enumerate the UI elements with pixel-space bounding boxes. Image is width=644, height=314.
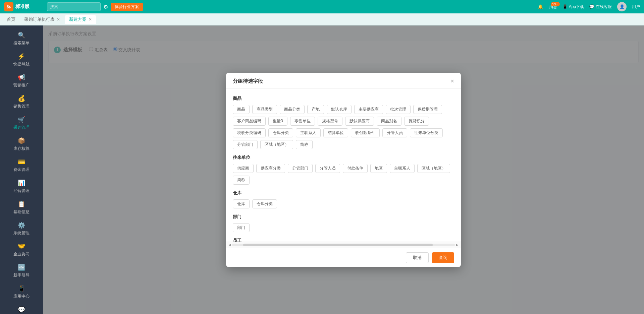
field-tag[interactable]: 地区 — [370, 164, 387, 173]
field-tag[interactable]: 分管部门 — [288, 164, 313, 173]
h-scroll-thumb — [243, 244, 432, 246]
quicknav-icon: ⚡ — [18, 53, 25, 60]
field-tag[interactable]: 批次管理 — [386, 105, 411, 114]
scroll-right-arrow[interactable]: ▶ — [455, 243, 460, 247]
field-tag[interactable]: 仓库分类 — [268, 128, 293, 137]
sidebar-item-inventory[interactable]: 📦 库存核算 — [0, 134, 43, 155]
field-tag[interactable]: 重量3 — [268, 117, 287, 126]
service-icon: 💬 — [589, 4, 594, 9]
basics-icon: 📋 — [18, 200, 25, 208]
app-download-btn[interactable]: 📱 App下载 — [562, 4, 584, 10]
field-tag[interactable]: 商品 — [233, 105, 250, 114]
field-tag[interactable]: 主联系人 — [296, 128, 321, 137]
experience-btn[interactable]: 体验行业方案 — [111, 3, 143, 11]
modal-close-btn[interactable]: × — [450, 78, 454, 84]
field-tag[interactable]: 供应商 — [233, 164, 254, 173]
modal-h-scrollbar[interactable]: ◀ ▶ — [226, 242, 461, 248]
modal-backdrop: 分组待选字段 × 商品 商品 商品类型 商品分类 产地 默认仓库 主要供应商 批… — [43, 25, 644, 314]
h-scroll-track[interactable] — [232, 244, 455, 246]
sidebar-item-operations[interactable]: 📊 经营管理 — [0, 176, 43, 197]
field-tag[interactable]: 拣货积分 — [404, 117, 429, 126]
sidebar-item-quicknav[interactable]: ⚡ 快捷导航 — [0, 49, 43, 70]
marketing-icon: 📢 — [18, 74, 25, 81]
field-tag[interactable]: 客户商品编码 — [233, 117, 266, 126]
field-tags-dept: 部门 — [233, 223, 454, 232]
sidebar-item-marketing[interactable]: 📢 营销推广 — [0, 70, 43, 91]
sidebar-item-collab[interactable]: 🤝 企业协同 — [0, 239, 43, 260]
notification-btn[interactable]: 🔔 99+ 消息 — [538, 4, 557, 10]
sidebar-item-inventory-label: 库存核算 — [13, 146, 30, 151]
gear-icon[interactable]: ⚙ — [103, 4, 108, 10]
field-tag[interactable]: 保质期管理 — [413, 105, 442, 114]
sidebar-item-newbie-label: 新手引导 — [13, 272, 30, 278]
section-title-warehouse: 仓库 — [233, 190, 454, 196]
sidebar-item-basics[interactable]: 📋 基础信息 — [0, 197, 43, 218]
section-title-dept: 部门 — [233, 214, 454, 220]
sidebar-item-system[interactable]: ⚙️ 系统管理 — [0, 218, 43, 239]
field-tag[interactable]: 分管部门 — [233, 140, 258, 149]
tab-new-plan[interactable]: 新建方案 ✕ — [65, 15, 96, 24]
field-tag[interactable]: 结算单位 — [323, 128, 348, 137]
sidebar-item-newbie[interactable]: 🆕 新手引导 — [0, 260, 43, 281]
inventory-icon: 📦 — [18, 137, 25, 144]
field-tag[interactable]: 简称 — [233, 176, 250, 185]
field-tag[interactable]: 区域（地区） — [417, 164, 450, 173]
sidebar-item-sales-label: 销售管理 — [13, 104, 30, 109]
sidebar-item-search[interactable]: 🔍 搜索菜单 — [0, 28, 43, 49]
field-tag[interactable]: 付款条件 — [343, 164, 368, 173]
online-service-btn[interactable]: 💬 在线客服 — [589, 4, 612, 10]
search-input[interactable] — [47, 2, 101, 11]
field-tag[interactable]: 默认仓库 — [327, 105, 352, 114]
tab-purchase-exec[interactable]: 采购订单执行表 ✕ — [20, 15, 64, 24]
field-tag[interactable]: 规格型号 — [318, 117, 342, 126]
confirm-btn[interactable]: 查询 — [432, 252, 454, 263]
cancel-btn[interactable]: 取消 — [406, 252, 429, 263]
notification-badge: 99+ — [551, 2, 560, 6]
tab-new-plan-close[interactable]: ✕ — [89, 17, 92, 22]
field-tag[interactable]: 供应商分类 — [256, 164, 285, 173]
appcenter-icon: 📱 — [18, 285, 25, 292]
field-tag[interactable]: 仓库 — [233, 199, 250, 208]
field-tag[interactable]: 商品别名 — [377, 117, 401, 126]
user-avatar[interactable]: 👤 — [617, 2, 627, 11]
field-tag[interactable]: 主联系人 — [390, 164, 415, 173]
field-tag[interactable]: 仓库分类 — [252, 199, 277, 208]
sidebar-item-purchase[interactable]: 🛒 采购管理 — [0, 113, 43, 134]
tab-home[interactable]: 首页 — [3, 15, 19, 24]
section-title-employee: 员工 — [233, 238, 454, 242]
modal-title: 分组待选字段 — [233, 78, 263, 84]
logo-icon: 标 — [4, 2, 13, 11]
field-tag[interactable]: 分管人员 — [315, 164, 340, 173]
sidebar-item-finance[interactable]: 💳 资金管理 — [0, 155, 43, 176]
field-tag[interactable]: 区域（地区） — [260, 140, 293, 149]
field-tag[interactable]: 税收分类编码 — [233, 128, 266, 137]
sidebar-item-wechat[interactable]: 💬 企业微信 — [0, 303, 43, 314]
collab-icon: 🤝 — [18, 243, 25, 250]
field-tag[interactable]: 简称 — [296, 140, 313, 149]
sidebar-item-appcenter[interactable]: 📱 应用中心 — [0, 281, 43, 303]
field-tag[interactable]: 商品类型 — [252, 105, 277, 114]
field-tag[interactable]: 默认供应商 — [345, 117, 374, 126]
field-tag[interactable]: 产地 — [307, 105, 324, 114]
notification-icon: 🔔 — [538, 4, 543, 9]
field-tag[interactable]: 往来单位分类 — [410, 128, 443, 137]
sidebar-item-finance-label: 资金管理 — [13, 167, 30, 173]
search-menu-icon: 🔍 — [18, 32, 25, 39]
tab-purchase-close[interactable]: ✕ — [57, 17, 60, 22]
sidebar-item-marketing-label: 营销推广 — [13, 82, 30, 88]
scroll-left-arrow[interactable]: ◀ — [227, 243, 232, 247]
field-tag[interactable]: 分管人员 — [382, 128, 407, 137]
modal-body[interactable]: 商品 商品 商品类型 商品分类 产地 默认仓库 主要供应商 批次管理 保质期管理… — [226, 89, 461, 242]
field-tag[interactable]: 商品分类 — [280, 105, 305, 114]
section-title-goods: 商品 — [233, 96, 454, 102]
field-tag[interactable]: 收付款条件 — [351, 128, 380, 137]
modal-footer: 取消 查询 — [226, 248, 461, 267]
field-tag[interactable]: 部门 — [233, 223, 250, 232]
field-tag[interactable]: 零售单位 — [290, 117, 315, 126]
sidebar-item-sales[interactable]: 💰 销售管理 — [0, 91, 43, 113]
sidebar-item-appcenter-label: 应用中心 — [13, 294, 30, 299]
operations-icon: 📊 — [18, 179, 25, 187]
field-selection-modal: 分组待选字段 × 商品 商品 商品类型 商品分类 产地 默认仓库 主要供应商 批… — [226, 73, 461, 267]
logo-area: 标 标准版 — [4, 2, 44, 11]
field-tag[interactable]: 主要供应商 — [354, 105, 383, 114]
